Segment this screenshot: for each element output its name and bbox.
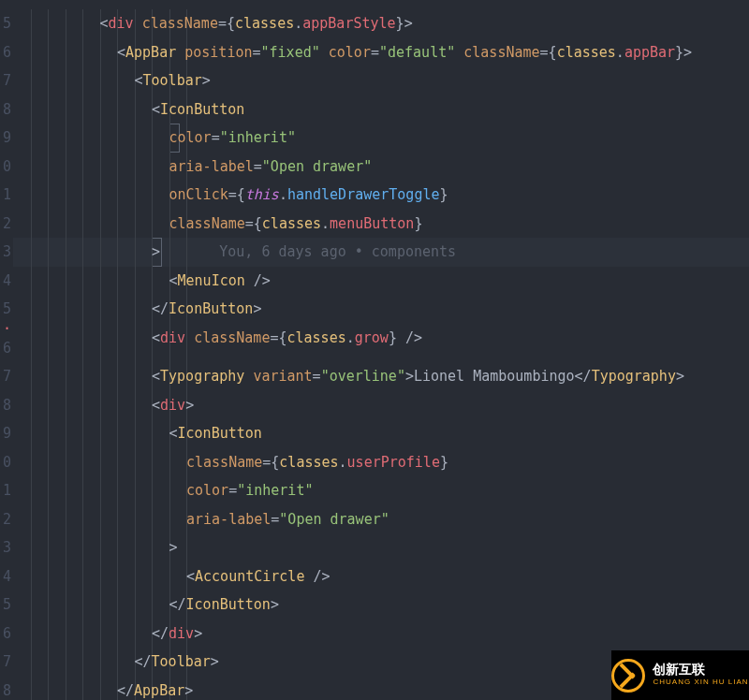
token-punc: > bbox=[404, 15, 413, 32]
token-divKw: div bbox=[109, 15, 134, 32]
code-line[interactable]: <div className={classes.appBarStyle}> bbox=[13, 9, 749, 38]
token-punc: = bbox=[262, 454, 271, 471]
code-line[interactable]: onClick={this.handleDrawerToggle} bbox=[13, 181, 749, 210]
token-prop: appBar bbox=[624, 44, 675, 61]
line-number: 0 bbox=[0, 153, 13, 182]
token-punc: } bbox=[675, 44, 683, 61]
token-punc: /> bbox=[397, 329, 422, 346]
code-line[interactable]: color="inherit" bbox=[13, 476, 749, 505]
token-punc: /> bbox=[304, 568, 330, 585]
token-obj: classes bbox=[287, 329, 346, 346]
code-line[interactable] bbox=[13, 352, 749, 362]
token-punc bbox=[320, 44, 329, 61]
code-line[interactable]: </IconButton> bbox=[13, 591, 749, 620]
line-number: 4 bbox=[0, 267, 13, 296]
token-punc: { bbox=[237, 186, 245, 203]
token-punc: . bbox=[294, 15, 302, 32]
code-line[interactable]: <IconButton bbox=[13, 419, 749, 448]
token-attr: color bbox=[186, 482, 228, 499]
token-punc: </ bbox=[152, 625, 169, 642]
token-punc: . bbox=[346, 329, 355, 346]
code-line[interactable]: aria-label="Open drawer" bbox=[13, 505, 749, 534]
token-text: Lionel Mamboumbingo bbox=[414, 368, 575, 385]
token-punc: } bbox=[389, 329, 397, 346]
line-number: 3 bbox=[0, 533, 13, 562]
token-punc: < bbox=[152, 397, 160, 414]
code-line[interactable]: </IconButton> bbox=[13, 295, 749, 324]
token-kw: this bbox=[245, 186, 279, 203]
token-tag: Typography bbox=[160, 368, 244, 385]
line-number: 4 bbox=[0, 562, 13, 591]
line-number: 5 bbox=[0, 591, 13, 620]
line-number: 3 bbox=[0, 238, 13, 267]
code-line[interactable]: className={classes.menuButton} bbox=[13, 210, 749, 239]
token-punc: = bbox=[212, 129, 220, 146]
code-line[interactable]: <AppBar position="fixed" color="default"… bbox=[13, 38, 749, 67]
token-prop: appBarStyle bbox=[302, 15, 395, 32]
token-punc: { bbox=[271, 454, 279, 471]
token-punc: . bbox=[279, 186, 287, 203]
line-number: 1 bbox=[0, 181, 13, 210]
token-punc: { bbox=[549, 44, 557, 61]
token-punc: } bbox=[396, 15, 404, 32]
line-number: 8 bbox=[0, 677, 13, 701]
code-line[interactable]: <Typography variant="overline">Lionel Ma… bbox=[13, 362, 749, 391]
token-punc: } bbox=[440, 454, 448, 471]
token-punc bbox=[455, 44, 463, 61]
token-punc: > bbox=[202, 72, 211, 89]
token-punc: { bbox=[278, 329, 286, 346]
token-punc: > bbox=[271, 596, 279, 613]
code-line[interactable]: <AccountCircle /> bbox=[13, 562, 749, 591]
token-tag: IconButton bbox=[186, 596, 271, 613]
token-punc: < bbox=[152, 368, 160, 385]
token-prop: menuButton bbox=[330, 215, 414, 232]
code-line[interactable]: </div> bbox=[13, 620, 749, 649]
code-line[interactable]: color="inherit" bbox=[13, 124, 749, 153]
token-punc: . bbox=[321, 215, 330, 232]
token-punc: = bbox=[228, 482, 237, 499]
code-editor[interactable]: 56789012345·6789012345678 <div className… bbox=[0, 0, 749, 700]
token-punc: = bbox=[254, 158, 262, 175]
token-attr: position bbox=[184, 44, 252, 61]
line-number: 7 bbox=[0, 66, 13, 95]
token-tag: MenuIcon bbox=[178, 272, 245, 289]
code-line[interactable]: > bbox=[13, 533, 749, 562]
token-attr: variant bbox=[253, 368, 312, 385]
code-line[interactable]: <div> bbox=[13, 391, 749, 420]
line-number: 6 bbox=[0, 38, 13, 67]
token-punc: > bbox=[683, 44, 692, 61]
line-number: 2 bbox=[0, 210, 13, 239]
token-tag: AppBar bbox=[134, 682, 184, 699]
token-punc: > bbox=[185, 397, 194, 414]
line-number: 9 bbox=[0, 124, 13, 153]
code-line[interactable]: <MenuIcon /> bbox=[13, 267, 749, 296]
line-number: · bbox=[0, 324, 13, 334]
logo-icon bbox=[611, 659, 645, 693]
token-punc bbox=[185, 329, 194, 346]
token-punc: < bbox=[117, 44, 125, 61]
token-str: "fixed" bbox=[261, 44, 320, 61]
line-number: 5 bbox=[0, 295, 13, 324]
code-line[interactable]: aria-label="Open drawer" bbox=[13, 153, 749, 182]
token-punc: > bbox=[405, 368, 414, 385]
token-divKw: div bbox=[160, 329, 185, 346]
line-number: 8 bbox=[0, 95, 13, 124]
code-area[interactable]: <div className={classes.appBarStyle}><Ap… bbox=[13, 0, 749, 700]
code-line[interactable]: <div className={classes.grow} /> bbox=[13, 324, 749, 353]
code-line[interactable]: <IconButton bbox=[13, 95, 749, 124]
code-line[interactable]: className={classes.userProfile} bbox=[13, 448, 749, 477]
token-str: "Open drawer" bbox=[279, 511, 389, 528]
code-line[interactable]: > You, 6 days ago • components bbox=[13, 238, 749, 267]
token-punc: </ bbox=[135, 653, 152, 670]
token-tag: Toolbar bbox=[143, 72, 202, 89]
token-punc: = bbox=[253, 44, 261, 61]
token-punc: </ bbox=[169, 596, 186, 613]
line-number: 5 bbox=[0, 9, 13, 38]
code-line[interactable]: <Toolbar> bbox=[13, 66, 749, 95]
token-punc bbox=[134, 15, 142, 32]
token-punc: > bbox=[253, 300, 261, 317]
token-punc: = bbox=[271, 511, 279, 528]
token-obj: classes bbox=[279, 454, 338, 471]
token-punc: </ bbox=[117, 682, 134, 699]
token-tag: IconButton bbox=[169, 300, 253, 317]
